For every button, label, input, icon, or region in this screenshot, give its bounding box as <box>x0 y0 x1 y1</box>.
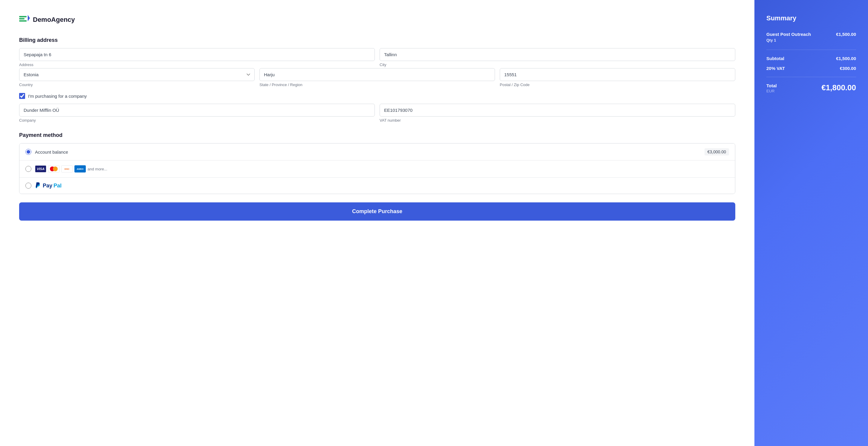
summary-item-row: Guest Post Outreach €1,500.00 <box>766 32 856 37</box>
account-balance-radio[interactable] <box>25 149 31 155</box>
billing-section-title: Billing address <box>19 37 735 43</box>
svg-marker-3 <box>28 15 30 22</box>
summary-qty-value: 1 <box>774 38 776 42</box>
payment-option-account-balance[interactable]: Account balance €3,000.00 <box>20 144 735 160</box>
state-label: State / Province / Region <box>259 83 495 87</box>
left-panel: DemoAgency Billing address Address City <box>0 0 754 446</box>
payment-section-title: Payment method <box>19 132 735 139</box>
zip-field: Postal / Zip Code <box>500 68 735 87</box>
summary-total-section: Total EUR €1,800.00 <box>766 83 856 93</box>
vat-label: 20% VAT <box>766 66 785 71</box>
address-input[interactable] <box>19 48 375 61</box>
account-balance-value: €3,000.00 <box>705 148 729 155</box>
country-select[interactable]: Estonia Latvia Lithuania <box>19 68 255 81</box>
subtotal-value: €1,500.00 <box>836 56 856 61</box>
subtotal-label: Subtotal <box>766 56 784 61</box>
vat-input[interactable] <box>380 104 735 117</box>
logo-icon <box>19 14 30 25</box>
company-vat-row: Company VAT number <box>19 104 735 123</box>
country-field: Estonia Latvia Lithuania Country <box>19 68 255 87</box>
summary-total-row: Total EUR €1,800.00 <box>766 83 856 93</box>
summary-item-price: €1,500.00 <box>836 32 856 37</box>
summary-subtotal-row: Subtotal €1,500.00 <box>766 56 856 61</box>
state-field: State / Province / Region <box>259 68 495 87</box>
amex-icon: AMEX <box>74 165 86 173</box>
credit-card-radio[interactable] <box>25 166 31 172</box>
address-city-row: Address City <box>19 48 735 67</box>
brand-name: DemoAgency <box>33 16 75 24</box>
summary-divider-2 <box>766 77 856 77</box>
state-input[interactable] <box>259 68 495 81</box>
paypal-icon <box>35 182 41 189</box>
address-field: Address <box>19 48 375 67</box>
complete-purchase-button[interactable]: Complete Purchase <box>19 202 735 220</box>
summary-item: Guest Post Outreach €1,500.00 Qty 1 <box>766 32 856 42</box>
zip-label: Postal / Zip Code <box>500 83 735 87</box>
city-input[interactable] <box>380 48 735 61</box>
payment-section: Payment method Account balance €3,000.00 <box>19 132 735 194</box>
credit-card-content: VISA DISC AMEX <box>35 165 729 173</box>
company-field: Company <box>19 104 375 123</box>
company-checkbox-label[interactable]: I'm purchasing for a company <box>28 94 87 99</box>
total-value: €1,800.00 <box>822 83 856 92</box>
address-label: Address <box>19 62 375 67</box>
paypal-pal: Pal <box>54 183 62 189</box>
total-label: Total <box>766 83 777 88</box>
logo-area: DemoAgency <box>19 14 735 25</box>
payment-option-credit-card[interactable]: VISA DISC AMEX <box>20 160 735 178</box>
visa-icon: VISA <box>35 165 46 173</box>
paypal-logo: PayPal <box>35 182 62 189</box>
vat-label: VAT number <box>380 118 735 123</box>
country-label: Country <box>19 83 255 87</box>
paypal-p: Pay <box>43 183 52 189</box>
svg-rect-0 <box>19 16 27 17</box>
summary-vat-row: 20% VAT €300.00 <box>766 66 856 71</box>
vat-value: €300.00 <box>840 66 856 71</box>
company-label: Company <box>19 118 375 123</box>
payment-options: Account balance €3,000.00 VISA <box>19 143 735 194</box>
total-label-group: Total EUR <box>766 83 777 93</box>
company-checkbox[interactable] <box>19 93 25 99</box>
summary-divider <box>766 50 856 50</box>
mastercard-icon <box>48 165 60 173</box>
summary-qty: Qty 1 <box>766 38 856 42</box>
card-icons: VISA DISC AMEX <box>35 165 107 173</box>
city-field: City <box>380 48 735 67</box>
svg-rect-1 <box>19 18 25 20</box>
vat-field: VAT number <box>380 104 735 123</box>
company-checkbox-row: I'm purchasing for a company <box>19 93 735 99</box>
paypal-radio[interactable] <box>25 183 31 189</box>
company-input[interactable] <box>19 104 375 117</box>
payment-option-paypal[interactable]: PayPal <box>20 178 735 194</box>
discover-icon: DISC <box>61 165 73 173</box>
account-balance-content: Account balance €3,000.00 <box>35 148 729 155</box>
summary-title: Summary <box>766 14 856 22</box>
summary-panel: Summary Guest Post Outreach €1,500.00 Qt… <box>754 0 868 446</box>
zip-input[interactable] <box>500 68 735 81</box>
summary-item-name: Guest Post Outreach <box>766 32 811 37</box>
billing-section: Billing address Address City Estonia Lat… <box>19 37 735 124</box>
country-state-zip-row: Estonia Latvia Lithuania Country State /… <box>19 68 735 87</box>
account-balance-label[interactable]: Account balance <box>35 149 68 154</box>
svg-rect-2 <box>19 20 27 22</box>
and-more-label: and more... <box>88 167 107 171</box>
total-currency: EUR <box>766 89 777 93</box>
city-label: City <box>380 62 735 67</box>
